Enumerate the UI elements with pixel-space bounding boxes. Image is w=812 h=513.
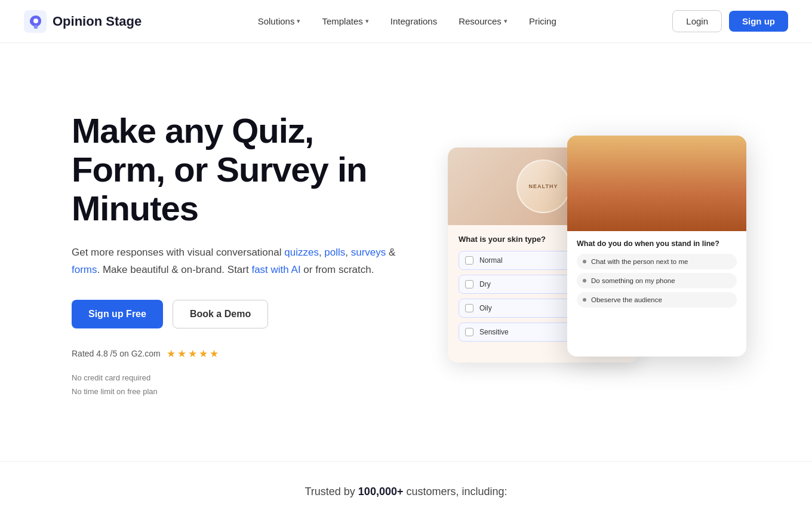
trusted-section: Trusted by 100,000+ customers, including… bbox=[0, 461, 812, 510]
chevron-down-icon: ▾ bbox=[365, 17, 369, 25]
option-dot bbox=[583, 260, 586, 263]
skin-label-normal: Normal bbox=[479, 256, 503, 265]
person-image bbox=[567, 136, 746, 231]
line-question: What do you do when you stand in line? bbox=[577, 239, 737, 248]
line-option-chat[interactable]: Chat with the person next to me bbox=[577, 254, 737, 269]
skin-label-sensitive: Sensitive bbox=[479, 328, 509, 336]
star-rating: ★ ★ ★ ★ ★ bbox=[167, 348, 219, 360]
line-option-chat-label: Chat with the person next to me bbox=[591, 258, 688, 265]
nav-pricing[interactable]: Pricing bbox=[521, 11, 565, 31]
hero-subtitle: Get more responses with visual conversat… bbox=[72, 244, 406, 278]
skin-checkbox-sensitive bbox=[465, 328, 473, 336]
star-1: ★ bbox=[167, 348, 176, 360]
product-label: NEALTHY bbox=[516, 159, 570, 213]
meta-no-cc: No credit card required bbox=[72, 371, 406, 385]
nav-resources[interactable]: Resources ▾ bbox=[450, 11, 516, 31]
star-5: ★ bbox=[210, 348, 219, 360]
trusted-text: Trusted by 100,000+ customers, including… bbox=[48, 486, 764, 498]
line-option-phone[interactable]: Do something on my phone bbox=[577, 273, 737, 288]
logo-bar bbox=[0, 510, 812, 513]
skin-label-oily: Oily bbox=[479, 304, 492, 312]
chevron-down-icon: ▾ bbox=[297, 17, 300, 25]
line-option-observe-label: Obeserve the audience bbox=[591, 296, 662, 303]
line-option-phone-label: Do something on my phone bbox=[591, 277, 675, 284]
navbar: Opinion Stage Solutions ▾ Templates ▾ In… bbox=[0, 0, 812, 43]
nav-integrations[interactable]: Integrations bbox=[382, 11, 445, 31]
hero-buttons: Sign up Free Book a Demo bbox=[72, 300, 406, 328]
hero-title: Make any Quiz, Form, or Survey in Minute… bbox=[72, 112, 406, 228]
link-polls[interactable]: polls bbox=[324, 247, 345, 258]
link-quizzes[interactable]: quizzes bbox=[284, 247, 319, 258]
line-card-image bbox=[567, 136, 746, 231]
nav-solutions[interactable]: Solutions ▾ bbox=[250, 11, 309, 31]
rating-text: Rated 4.8 /5 on G2.com bbox=[72, 349, 161, 358]
link-surveys[interactable]: surveys bbox=[351, 247, 386, 258]
book-demo-button[interactable]: Book a Demo bbox=[173, 300, 268, 328]
meta-no-limit: No time limit on free plan bbox=[72, 385, 406, 398]
hero-right: NEALTHY What is your skin type? Normal D… bbox=[430, 130, 764, 380]
skin-checkbox-oily bbox=[465, 304, 473, 312]
line-card-body: What do you do when you stand in line? C… bbox=[567, 231, 746, 320]
hero-meta: No credit card required No time limit on… bbox=[72, 371, 406, 399]
brand-logo[interactable]: Opinion Stage bbox=[24, 10, 142, 33]
link-fast-ai[interactable]: fast with AI bbox=[251, 264, 300, 275]
svg-rect-2 bbox=[34, 25, 38, 29]
hero-rating: Rated 4.8 /5 on G2.com ★ ★ ★ ★ ★ bbox=[72, 348, 406, 360]
option-dot bbox=[583, 298, 586, 302]
hero-section: Make any Quiz, Form, or Survey in Minute… bbox=[0, 43, 812, 461]
hero-left: Make any Quiz, Form, or Survey in Minute… bbox=[72, 112, 406, 399]
link-forms[interactable]: forms bbox=[72, 264, 97, 275]
skin-label-dry: Dry bbox=[479, 280, 491, 288]
login-button[interactable]: Login bbox=[672, 10, 722, 32]
nav-actions: Login Sign up bbox=[672, 10, 788, 32]
skin-checkbox-normal bbox=[465, 256, 473, 265]
logo-icon bbox=[24, 10, 47, 33]
line-quiz-card: What do you do when you stand in line? C… bbox=[567, 136, 746, 357]
star-2: ★ bbox=[177, 348, 186, 360]
brand-name: Opinion Stage bbox=[53, 14, 142, 29]
svg-point-1 bbox=[33, 19, 38, 23]
mockup-container: NEALTHY What is your skin type? Normal D… bbox=[448, 136, 746, 374]
star-4: ★ bbox=[199, 348, 208, 360]
option-dot bbox=[583, 279, 586, 282]
star-3: ★ bbox=[188, 348, 197, 360]
skin-checkbox-dry bbox=[465, 280, 473, 288]
chevron-down-icon: ▾ bbox=[504, 17, 508, 25]
nav-links: Solutions ▾ Templates ▾ Integrations Res… bbox=[250, 11, 565, 31]
line-option-observe[interactable]: Obeserve the audience bbox=[577, 292, 737, 308]
nav-templates[interactable]: Templates ▾ bbox=[313, 11, 377, 31]
signup-free-button[interactable]: Sign up Free bbox=[72, 300, 163, 328]
signup-button[interactable]: Sign up bbox=[729, 11, 788, 32]
trusted-count: 100,000+ bbox=[358, 486, 404, 497]
